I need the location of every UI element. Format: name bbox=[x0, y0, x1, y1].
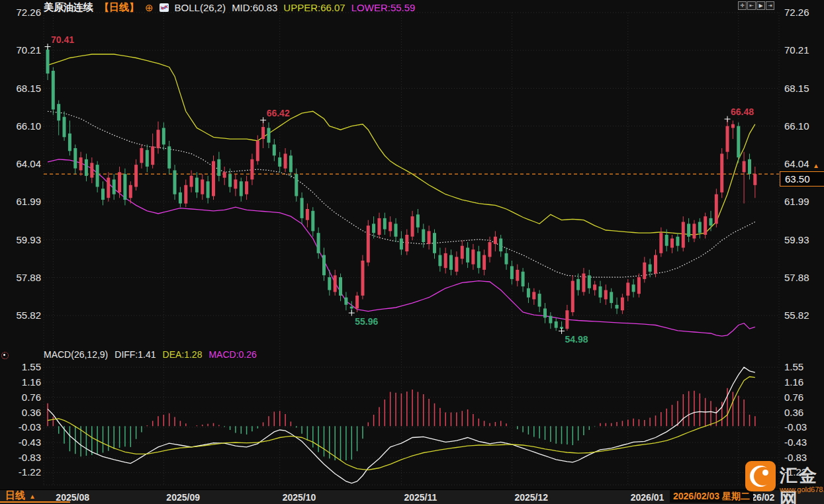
current-price-arrow-icon: ▲ bbox=[813, 162, 819, 169]
price-axis-label-left: 57.88 bbox=[0, 272, 41, 284]
macd-pane-marker-icon[interactable] bbox=[1, 352, 9, 359]
macd-axis-label-right: -0.43 bbox=[784, 437, 807, 448]
chart-app: 美原油连续 【日线】 ⊕ BOLL(26,2) MID:60.83 UPPER:… bbox=[0, 0, 824, 504]
price-axis-label-right: 61.99 bbox=[784, 196, 809, 208]
period-tab-daily[interactable]: 日线▲ bbox=[0, 489, 70, 503]
price-axis-label-left: 66.10 bbox=[0, 120, 41, 132]
price-axis-label-left: 72.26 bbox=[0, 7, 41, 19]
macd-header: MACD(26,12,9) DIFF:1.41 DEA:1.28 MACD:0.… bbox=[44, 349, 257, 360]
period-tab-label: 日线 bbox=[5, 489, 25, 501]
price-axis-label-left: 55.82 bbox=[0, 310, 41, 321]
date-axis-label: 2025/10 bbox=[283, 492, 316, 503]
price-axis-label-right: 66.10 bbox=[784, 120, 809, 132]
kline-chart-icon[interactable] bbox=[160, 3, 169, 12]
site-url: www.gold678.com bbox=[780, 485, 824, 493]
date-axis-label: 2025/12 bbox=[514, 492, 548, 503]
macd-axis-label-left: -0.43 bbox=[0, 437, 41, 448]
boll-upper-value: UPPER:66.07 bbox=[283, 2, 345, 13]
price-axis-label-left: 64.04 bbox=[0, 158, 41, 170]
macd-axis-label-right: 1.55 bbox=[784, 361, 803, 373]
macd-axis-label-left: -1.22 bbox=[0, 466, 41, 478]
extreme-high-label: 66.42 bbox=[267, 108, 290, 118]
price-axis-label-left: 70.21 bbox=[0, 44, 41, 56]
price-axis-label-right: 68.15 bbox=[784, 83, 809, 95]
macd-axis-label-right: -0.03 bbox=[784, 421, 807, 433]
boll-mid-value: MID:60.83 bbox=[232, 2, 277, 13]
symbol-name: 美原油连续 bbox=[44, 1, 93, 14]
add-indicator-icon[interactable]: ⊕ bbox=[145, 3, 154, 13]
macd-axis-label-left: 1.55 bbox=[0, 361, 41, 373]
date-axis-label: 2025/09 bbox=[166, 492, 200, 503]
macd-axis-label-right: 0.76 bbox=[784, 392, 803, 403]
macd-axis-label-left: 0.36 bbox=[0, 407, 41, 419]
boll-lower-value: LOWER:55.59 bbox=[351, 2, 416, 13]
date-axis-label: 2026/01 bbox=[631, 492, 664, 503]
indicator-name[interactable]: BOLL(26,2) bbox=[175, 2, 226, 13]
macd-axis-label-left: -0.83 bbox=[0, 452, 41, 464]
site-logo-icon bbox=[745, 461, 776, 491]
current-price-badge: 63.50 bbox=[780, 171, 824, 187]
macd-axis-label-left: -0.03 bbox=[0, 421, 41, 433]
play-icon[interactable]: ▶ bbox=[756, 1, 765, 10]
price-axis-label-right: 64.04 bbox=[784, 158, 809, 170]
extreme-low-label: 55.96 bbox=[355, 316, 378, 327]
macd-axis-label-left: 0.76 bbox=[0, 392, 41, 403]
skip-start-icon[interactable]: ⇤ bbox=[747, 1, 756, 10]
macd-axis-label-right: 1.16 bbox=[784, 376, 803, 388]
macd-diff-value: DIFF:1.41 bbox=[114, 349, 156, 360]
price-axis-label-right: 59.93 bbox=[784, 234, 809, 246]
extreme-low-label: 54.98 bbox=[565, 334, 588, 345]
triangle-up-icon: ▲ bbox=[29, 493, 36, 500]
site-watermark: 汇金网 www.gold678.com bbox=[745, 461, 823, 494]
chart-toolbar: ✛ ⇤ ▶ ⇥ bbox=[738, 1, 774, 10]
macd-indicator-name[interactable]: MACD(26,12,9) bbox=[44, 349, 108, 360]
date-axis-label: 2025/11 bbox=[404, 492, 437, 503]
price-axis-label-left: 59.93 bbox=[0, 234, 41, 246]
crosshair-date-label: 2026/02/03 星期二 bbox=[670, 490, 753, 503]
chart-canvas[interactable] bbox=[0, 0, 824, 504]
macd-dea-value: DEA:1.28 bbox=[163, 349, 203, 360]
macd-axis-label-right: 0.36 bbox=[784, 407, 803, 419]
chart-header: 美原油连续 【日线】 ⊕ BOLL(26,2) MID:60.83 UPPER:… bbox=[44, 1, 415, 14]
pan-icon[interactable]: ✛ bbox=[738, 1, 747, 10]
price-axis-label-right: 55.82 bbox=[784, 310, 809, 321]
macd-macd-value: MACD:0.26 bbox=[208, 349, 256, 360]
period-tag[interactable]: 【日线】 bbox=[99, 1, 139, 14]
price-axis-label-right: 70.21 bbox=[784, 44, 809, 56]
extreme-high-label: 66.48 bbox=[731, 106, 754, 117]
macd-axis-label-left: 1.16 bbox=[0, 376, 41, 388]
extreme-high-label: 70.41 bbox=[51, 34, 74, 45]
skip-end-icon[interactable]: ⇥ bbox=[766, 1, 774, 10]
site-name: 汇金网 bbox=[780, 464, 823, 504]
price-axis-label-left: 61.99 bbox=[0, 196, 41, 208]
price-axis-label-right: 57.88 bbox=[784, 272, 809, 284]
price-axis-label-left: 68.15 bbox=[0, 83, 41, 95]
price-axis-label-right: 72.26 bbox=[784, 7, 809, 19]
